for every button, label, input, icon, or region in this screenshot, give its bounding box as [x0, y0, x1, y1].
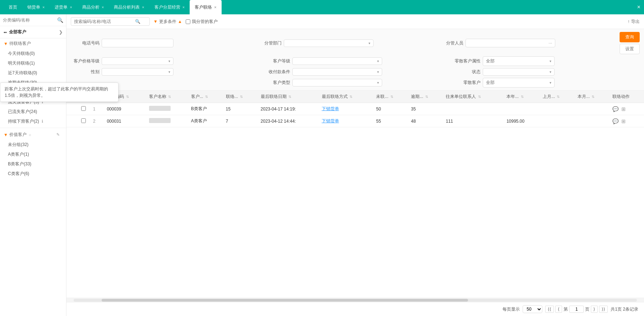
sidebar-item-7days[interactable]: 近7天待联络(0) — [0, 68, 66, 78]
export-button[interactable]: ↑ 导出 — [627, 19, 640, 25]
row-this-year-2: 10995.00 — [503, 115, 539, 127]
chevron-down-icon-8: ▾ — [377, 81, 379, 85]
more-dots-icon[interactable]: ··· — [548, 41, 552, 46]
sidebar-item-lost[interactable]: 已流失客户(24) — [0, 107, 66, 117]
close-product-analysis-list-tab-icon[interactable]: × — [142, 5, 144, 9]
more-conditions-button[interactable]: ▼ 更多条件 ▲ — [153, 19, 182, 25]
row-checkbox-2[interactable] — [78, 115, 89, 127]
status-select[interactable]: ▾ — [483, 68, 555, 76]
row-gear — [66, 103, 78, 115]
sidebar-item-today[interactable]: 今天待联络(0) — [0, 49, 66, 58]
sidebar-item-ungrouped[interactable]: 未分组(32) — [0, 140, 66, 150]
sidebar: 🔍 ▪▪ 全部客户 ❯ ▼ 待联络客户 今天待联络(0) 明天待联络(1) 近7… — [0, 14, 66, 316]
blurred-name-2 — [149, 118, 171, 123]
row-method-2[interactable]: 下销货单 — [318, 115, 373, 127]
filter-section-price-level: 客户价格等级 ▾ — [71, 57, 259, 65]
customer-level-select[interactable]: ▾ — [292, 57, 382, 65]
settings-button[interactable]: 设置 — [620, 44, 640, 54]
contact-icon-2[interactable]: 💬 — [612, 118, 618, 124]
th-this-year[interactable]: 本年... ⇅ — [503, 91, 539, 103]
sidebar-section-value[interactable]: ▼ 价值客户 ○ ✎ — [0, 129, 66, 140]
retail-customer-select[interactable]: 全部 ▾ — [483, 78, 555, 88]
close-all-tabs-icon[interactable]: × — [637, 4, 640, 10]
my-customers-check[interactable] — [186, 19, 190, 24]
nav-tab-product-analysis-list[interactable]: 商品分析列表 × — [109, 0, 149, 14]
close-product-analysis-tab-icon[interactable]: × — [102, 5, 104, 9]
scroll-thumb[interactable] — [102, 299, 468, 302]
search-input[interactable] — [74, 19, 135, 24]
horizontal-scrollbar[interactable] — [66, 298, 644, 302]
per-page-select[interactable]: 50 100 200 — [523, 305, 542, 313]
th-last-date[interactable]: 最后联络日期 ⇅ — [257, 91, 318, 103]
th-last-month[interactable]: 上月... ⇅ — [539, 91, 574, 103]
row-uncontacted-1: 50 — [372, 103, 407, 115]
row-last-month-1 — [539, 103, 574, 115]
edit-icon[interactable]: ✎ — [56, 132, 60, 137]
row-check-1[interactable] — [81, 106, 86, 111]
contact-icon-1[interactable]: 💬 — [612, 106, 618, 112]
th-uncontacted[interactable]: 未联... ⇅ — [372, 91, 407, 103]
row-check-2[interactable] — [81, 118, 86, 123]
nav-tab-product-analysis[interactable]: 商品分析 × — [77, 0, 109, 14]
sidebar-item-b-class[interactable]: B类客户(33) — [0, 159, 66, 169]
sidebar-item-declining[interactable]: 持续下滑客户(2) ℹ — [0, 117, 66, 126]
nav-tab-home[interactable]: 首页 — [4, 0, 22, 14]
th-unit-contact[interactable]: 往来单位联系人 ⇅ — [442, 91, 503, 103]
page-input[interactable] — [569, 306, 584, 313]
close-customer-segment-tab-icon[interactable]: × — [182, 5, 185, 9]
blurred-name-1 — [149, 106, 171, 111]
first-page-button[interactable]: ⟨⟨ — [545, 306, 554, 313]
sidebar-search-box[interactable]: 🔍 — [0, 14, 66, 26]
nav-tab-sales[interactable]: 销货单 × — [22, 0, 50, 14]
sidebar-item-a-class[interactable]: A类客户(1) — [0, 150, 66, 159]
phone-input[interactable] — [102, 39, 173, 47]
price-level-select[interactable]: ▾ — [102, 57, 173, 65]
search-box[interactable]: 🔍 — [71, 17, 150, 26]
filter-row-2: 客户价格等级 ▾ 客户等级 ▾ 零散客户属性 全部 — [71, 56, 640, 66]
row-code-2[interactable]: 000031 — [103, 115, 145, 127]
circle-icon: ○ — [29, 133, 31, 137]
sidebar-search-input[interactable] — [3, 18, 57, 23]
sort-icon-3: ⇅ — [205, 95, 208, 99]
row-code-1[interactable]: 000039 — [103, 103, 145, 115]
gender-select[interactable]: ▾ — [102, 68, 173, 76]
sidebar-section-pending[interactable]: ▼ 待联络客户 — [0, 38, 66, 49]
nav-tab-customer-contact[interactable]: 客户联络 × — [190, 0, 221, 14]
query-button[interactable]: 查询 — [620, 32, 640, 42]
row-method-1[interactable]: 下销货单 — [318, 103, 373, 115]
more-action-icon-2[interactable]: ⊞ — [621, 118, 626, 124]
th-contact-count[interactable]: 联络... ⇅ — [222, 91, 257, 103]
nav-tab-customer-segment[interactable]: 客户分层经营 × — [149, 0, 190, 14]
sidebar-all-customers[interactable]: ▪▪ 全部客户 ❯ — [0, 26, 66, 38]
row-unit-contact-2: 111 — [442, 115, 503, 127]
sidebar-item-tomorrow[interactable]: 明天待联络(1) — [0, 58, 66, 68]
retail-attr-select[interactable]: 全部 ▾ — [483, 56, 555, 66]
my-customers-checkbox[interactable]: 我分管的客户 — [186, 19, 218, 25]
row-date-1: 2023-04-17 14:19: — [257, 103, 318, 115]
th-overdue[interactable]: 逾期... ⇅ — [407, 91, 442, 103]
sidebar-item-c-class[interactable]: C类客户(6) — [0, 169, 66, 179]
close-purchase-tab-icon[interactable]: × — [70, 5, 72, 9]
row-overdue-2: 48 — [407, 115, 442, 127]
payment-select[interactable]: ▾ — [292, 68, 382, 76]
row-checkbox[interactable] — [78, 103, 89, 115]
customer-type-select[interactable]: ▾ — [292, 79, 382, 86]
nav-tab-purchase[interactable]: 进货单 × — [50, 0, 77, 14]
th-customer-type[interactable]: 客户... ⇅ — [187, 91, 222, 103]
more-action-icon-1[interactable]: ⊞ — [621, 106, 626, 112]
sort-icon-2: ⇅ — [168, 95, 171, 99]
sort-icon-10: ⇅ — [521, 95, 524, 99]
th-last-method[interactable]: 最后联络方式 ⇅ — [318, 91, 373, 103]
th-this-month[interactable]: 本月... ⇅ — [574, 91, 609, 103]
next-page-button[interactable]: ⟩ — [591, 306, 598, 313]
close-sales-tab-icon[interactable]: × — [42, 5, 45, 9]
last-page-button[interactable]: ⟩⟩ — [599, 306, 608, 313]
sidebar-collapse-icon[interactable]: ❯ — [59, 30, 62, 35]
close-customer-contact-tab-icon[interactable]: × — [214, 5, 216, 9]
person-select[interactable]: ··· — [465, 39, 555, 47]
th-name[interactable]: 客户名称 ⇅ — [145, 91, 187, 103]
sidebar-search-icon: 🔍 — [57, 17, 63, 23]
dept-select[interactable]: ▾ — [284, 39, 374, 47]
row-uncontacted-2: 55 — [372, 115, 407, 127]
prev-page-button[interactable]: ⟨ — [555, 306, 562, 313]
